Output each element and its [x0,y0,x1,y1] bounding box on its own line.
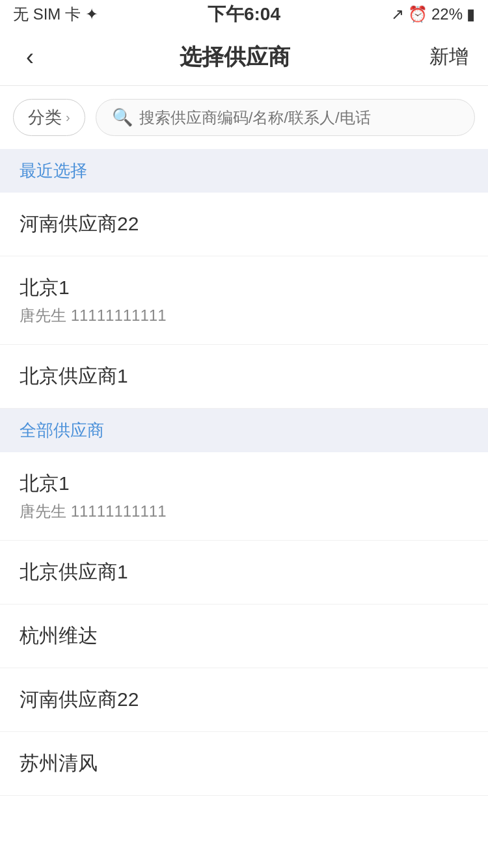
all-list: 北京1唐先生 11111111111北京供应商1杭州维达河南供应商22苏州清风 [0,452,488,796]
filter-bar: 分类 › 🔍 [0,86,488,149]
back-button[interactable]: ‹ [20,37,40,77]
item-name: 河南供应商22 [20,211,468,237]
status-bar: 无 SIM 卡 ✦ 下午6:04 ↗ ⏰ 22% ▮ [0,0,488,29]
sim-status: 无 SIM 卡 ✦ [13,4,98,25]
item-sub: 唐先生 11111111111 [20,305,468,326]
item-name: 北京1 [20,275,468,301]
item-name: 北京供应商1 [20,363,468,390]
list-item[interactable]: 北京供应商1 [0,345,488,409]
location-icon: ↗ [391,5,404,23]
add-button[interactable]: 新增 [429,44,468,70]
item-name: 北京供应商1 [20,559,468,586]
list-item[interactable]: 河南供应商22 [0,193,488,256]
chevron-right-icon: › [66,110,70,125]
search-icon: 🔍 [112,107,133,128]
battery-icon: ▮ [467,5,475,23]
list-item[interactable]: 苏州清风 [0,732,488,796]
list-item[interactable]: 北京供应商1 [0,541,488,604]
recent-section-label: 最近选择 [20,161,87,180]
category-filter-button[interactable]: 分类 › [13,99,85,136]
status-time: 下午6:04 [208,2,280,27]
item-name: 苏州清风 [20,750,468,777]
item-name: 杭州维达 [20,623,468,649]
nav-bar: ‹ 选择供应商 新增 [0,29,488,86]
list-item[interactable]: 北京1唐先生 11111111111 [0,452,488,541]
item-name: 北京1 [20,470,468,497]
item-name: 河南供应商22 [20,686,468,713]
all-section-label: 全部供应商 [20,420,104,440]
recent-list: 河南供应商22北京1唐先生 11111111111北京供应商1 [0,193,488,409]
alarm-icon: ⏰ [408,5,427,23]
search-input[interactable] [139,109,459,127]
list-item[interactable]: 北京1唐先生 11111111111 [0,256,488,345]
page-title: 选择供应商 [180,42,290,72]
item-sub: 唐先生 11111111111 [20,501,468,522]
category-label: 分类 [28,106,62,129]
status-left: 无 SIM 卡 ✦ [13,4,98,25]
all-section-header: 全部供应商 [0,409,488,452]
list-item[interactable]: 河南供应商22 [0,668,488,732]
search-box[interactable]: 🔍 [96,99,475,136]
recent-section-header: 最近选择 [0,149,488,193]
status-right: ↗ ⏰ 22% ▮ [391,5,475,23]
list-item[interactable]: 杭州维达 [0,604,488,668]
battery-level: 22% [431,5,463,23]
